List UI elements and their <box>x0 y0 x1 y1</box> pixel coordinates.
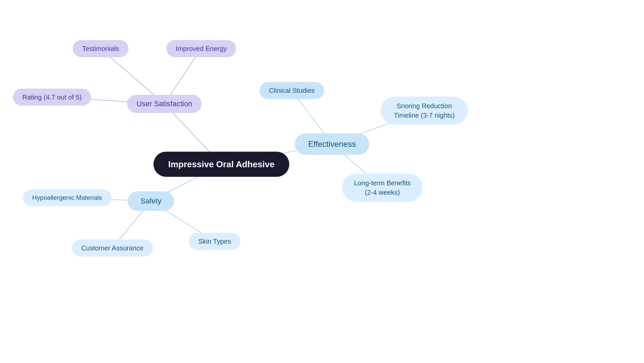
long-term-benefits-node: Long-term Benefits (2-4 weeks) <box>342 174 423 202</box>
clinical-studies-node: Clinical Studies <box>260 82 324 99</box>
user-satisfaction-node: User Satisfaction <box>127 95 202 113</box>
snoring-reduction-node: Snoring Reduction Timeline (3-7 nights) <box>381 97 468 125</box>
hypoallergenic-node: Hypoallergenic Materials <box>23 189 111 206</box>
skin-types-node: Skin Types <box>189 233 240 250</box>
customer-assurance-node: Customer Assurance <box>72 240 153 257</box>
improved-energy-node: Improved Energy <box>166 40 236 57</box>
effectiveness-node: Effectiveness <box>295 133 369 155</box>
rating-node: Rating (4.7 out of 5) <box>13 89 91 106</box>
testimonials-node: Testimonials <box>73 40 128 57</box>
center-node: Impressive Oral Adhesive <box>154 152 289 177</box>
safety-node: Safety <box>128 191 174 211</box>
